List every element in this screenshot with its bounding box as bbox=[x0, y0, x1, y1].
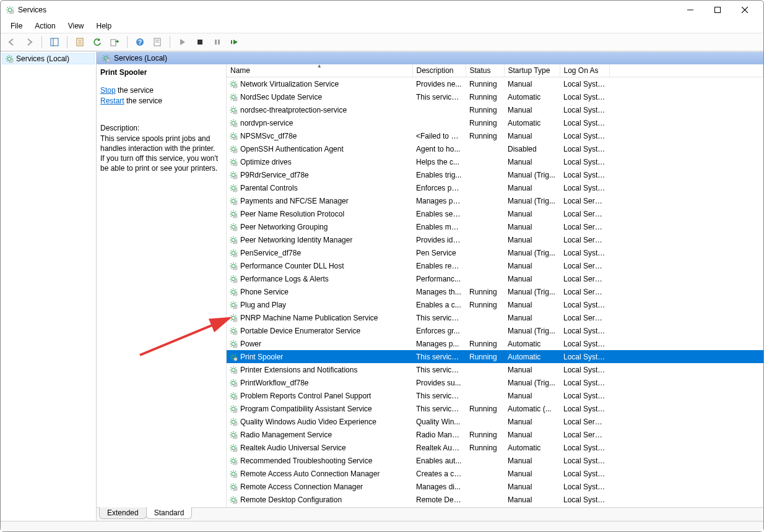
service-row[interactable]: Recommended Troubleshooting ServiceEnabl… bbox=[227, 454, 763, 467]
service-row[interactable]: PNRP Machine Name Publication ServiceThi… bbox=[227, 311, 763, 324]
service-row[interactable]: Network Virtualization ServiceProvides n… bbox=[227, 77, 763, 91]
view-tabs: Extended Standard bbox=[97, 507, 763, 521]
service-row[interactable]: Print SpoolerThis service ...RunningAuto… bbox=[227, 350, 763, 363]
col-logon[interactable]: Log On As bbox=[560, 64, 609, 77]
maximize-button[interactable] bbox=[704, 1, 731, 19]
service-row[interactable]: Plug and PlayEnables a c...RunningManual… bbox=[227, 298, 763, 311]
service-row[interactable]: Parental ControlsEnforces pa...ManualLoc… bbox=[227, 181, 763, 194]
help-button[interactable]: ? bbox=[132, 35, 147, 49]
refresh-button[interactable] bbox=[90, 35, 105, 49]
service-row[interactable]: Peer Name Resolution ProtocolEnables ser… bbox=[227, 207, 763, 220]
pane-header-text: Services (Local) bbox=[114, 54, 167, 62]
service-row[interactable]: NPSMSvc_df78e<Failed to R...RunningManua… bbox=[227, 129, 763, 142]
description-label: Description: bbox=[100, 124, 220, 132]
service-row[interactable]: Optimize drivesHelps the c...ManualLocal… bbox=[227, 155, 763, 168]
col-startup[interactable]: Startup Type bbox=[504, 64, 560, 77]
stop-link[interactable]: Stop bbox=[100, 86, 116, 95]
service-row[interactable]: Peer Networking Identity ManagerProvides… bbox=[227, 233, 763, 246]
service-startup-cell: Automatic bbox=[504, 90, 560, 103]
service-status-cell bbox=[466, 480, 504, 493]
col-description[interactable]: Description bbox=[412, 64, 466, 77]
play-icon bbox=[179, 38, 186, 46]
start-service-button[interactable] bbox=[175, 35, 190, 49]
stop-service-button[interactable] bbox=[193, 35, 207, 49]
minimize-button[interactable] bbox=[677, 1, 704, 19]
service-row[interactable]: Radio Management ServiceRadio Mana...Run… bbox=[227, 428, 763, 441]
service-row[interactable]: Remote Desktop ServicesAllows user...Man… bbox=[227, 506, 763, 507]
title-bar[interactable]: Services bbox=[1, 1, 763, 19]
gear-icon bbox=[229, 353, 238, 361]
service-logon-cell: Local Service bbox=[560, 415, 609, 428]
pane-header: Services (Local) bbox=[97, 52, 763, 64]
service-row[interactable]: Realtek Audio Universal ServiceRealtek A… bbox=[227, 441, 763, 454]
show-hide-tree-button[interactable] bbox=[47, 35, 62, 49]
gear-icon bbox=[229, 457, 238, 465]
pause-service-button[interactable] bbox=[210, 35, 225, 49]
service-logon-cell: Local Service bbox=[560, 220, 609, 233]
service-row[interactable]: Remote Desktop ConfigurationRemote Des..… bbox=[227, 493, 763, 506]
service-row[interactable]: Performance Counter DLL HostEnables rem.… bbox=[227, 259, 763, 272]
description-text: This service spools print jobs and handl… bbox=[100, 134, 220, 174]
service-row[interactable]: Peer Networking GroupingEnables mul...Ma… bbox=[227, 220, 763, 233]
service-name-cell: Peer Name Resolution Protocol bbox=[240, 210, 344, 218]
service-row[interactable]: nordsec-threatprotection-serviceRunningM… bbox=[227, 103, 763, 116]
gear-icon bbox=[229, 262, 238, 270]
properties-button[interactable] bbox=[72, 35, 87, 49]
service-row[interactable]: Printer Extensions and NotificationsThis… bbox=[227, 363, 763, 376]
properties2-button[interactable] bbox=[150, 35, 165, 49]
service-startup-cell: Manual bbox=[504, 259, 560, 272]
back-button[interactable] bbox=[4, 35, 19, 49]
service-row[interactable]: PrintWorkflow_df78eProvides su...Manual … bbox=[227, 376, 763, 389]
service-row[interactable]: Phone ServiceManages th...RunningManual … bbox=[227, 285, 763, 298]
tab-extended[interactable]: Extended bbox=[99, 507, 147, 519]
service-row[interactable]: OpenSSH Authentication AgentAgent to ho.… bbox=[227, 142, 763, 155]
service-status-cell bbox=[466, 272, 504, 285]
service-logon-cell: Local Syste... bbox=[560, 324, 609, 337]
gear-icon bbox=[229, 392, 238, 400]
stop-suffix: the service bbox=[116, 86, 154, 95]
close-button[interactable] bbox=[731, 1, 758, 19]
service-desc-cell: This service ... bbox=[412, 311, 466, 324]
service-desc-cell: Enables trig... bbox=[412, 168, 466, 181]
service-row[interactable]: Remote Access Connection ManagerManages … bbox=[227, 480, 763, 493]
service-name-cell: Network Virtualization Service bbox=[240, 80, 339, 88]
service-name-cell: Plug and Play bbox=[240, 301, 286, 309]
menu-file[interactable]: File bbox=[4, 20, 28, 32]
service-desc-cell: This service ... bbox=[412, 90, 466, 103]
menu-help[interactable]: Help bbox=[90, 20, 118, 32]
list-scroll-area[interactable]: Name▲ Description Status Startup Type Lo… bbox=[227, 64, 763, 507]
col-status[interactable]: Status bbox=[466, 64, 504, 77]
service-startup-cell: Manual (Trig... bbox=[504, 285, 560, 298]
service-row[interactable]: Payments and NFC/SE ManagerManages pa...… bbox=[227, 194, 763, 207]
col-name[interactable]: Name▲ bbox=[227, 64, 412, 77]
service-row[interactable]: PenService_df78ePen ServiceManual (Trig.… bbox=[227, 246, 763, 259]
gear-icon bbox=[229, 431, 238, 439]
service-row[interactable]: Portable Device Enumerator ServiceEnforc… bbox=[227, 324, 763, 337]
menu-view[interactable]: View bbox=[62, 20, 90, 32]
restart-service-button[interactable] bbox=[227, 35, 242, 49]
service-row[interactable]: Performance Logs & AlertsPerformanc...Ma… bbox=[227, 272, 763, 285]
forward-button[interactable] bbox=[22, 35, 37, 49]
menu-bar: File Action View Help bbox=[1, 19, 763, 33]
service-startup-cell: Manual bbox=[504, 454, 560, 467]
service-row[interactable]: Program Compatibility Assistant ServiceT… bbox=[227, 402, 763, 415]
service-row[interactable]: Problem Reports Control Panel SupportThi… bbox=[227, 389, 763, 402]
export-button[interactable] bbox=[107, 35, 122, 49]
service-row[interactable]: Remote Access Auto Connection ManagerCre… bbox=[227, 467, 763, 480]
service-row[interactable]: nordvpn-serviceRunningAutomaticLocal Sys… bbox=[227, 116, 763, 129]
tab-standard[interactable]: Standard bbox=[146, 507, 193, 519]
sheet-icon bbox=[153, 38, 162, 46]
console-tree[interactable]: Services (Local) bbox=[1, 52, 97, 521]
service-status-cell: Running bbox=[466, 285, 504, 298]
service-logon-cell: Local Syste... bbox=[560, 402, 609, 415]
restart-link[interactable]: Restart bbox=[100, 97, 124, 105]
service-row[interactable]: PowerManages p...RunningAutomaticLocal S… bbox=[227, 337, 763, 350]
menu-action[interactable]: Action bbox=[28, 20, 61, 32]
column-header-row: Name▲ Description Status Startup Type Lo… bbox=[227, 64, 763, 77]
service-row[interactable]: Quality Windows Audio Video ExperienceQu… bbox=[227, 415, 763, 428]
service-logon-cell: Local Service bbox=[560, 272, 609, 285]
service-row[interactable]: NordSec Update ServiceThis service ...Ru… bbox=[227, 90, 763, 103]
service-row[interactable]: P9RdrService_df78eEnables trig...Manual … bbox=[227, 168, 763, 181]
service-status-cell bbox=[466, 363, 504, 376]
tree-root-item[interactable]: Services (Local) bbox=[2, 53, 95, 64]
